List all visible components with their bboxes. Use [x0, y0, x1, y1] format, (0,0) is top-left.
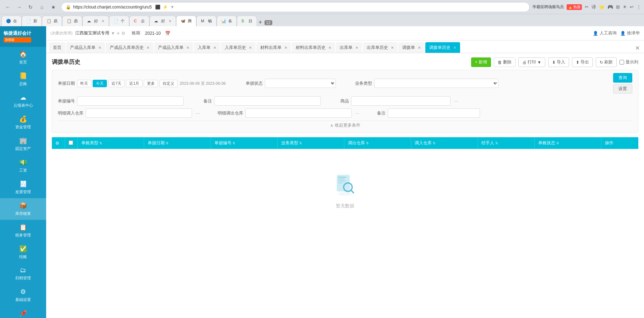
sidebar-item-home[interactable]: 🏠 首页 — [0, 47, 46, 68]
display-cols-toggle[interactable]: 显示列 — [620, 59, 638, 65]
th-settings[interactable]: ⚙ — [52, 137, 65, 149]
date-btn-yesterday[interactable]: 昨天 — [77, 80, 91, 87]
goods-input[interactable] — [351, 96, 451, 106]
page-tab-product-in2[interactable]: 产成品入库单 ✕ — [154, 42, 193, 53]
browser-tab-8[interactable]: ☁ 好 ✕ — [149, 16, 176, 26]
date-btn-7days[interactable]: 近7天 — [108, 80, 125, 87]
close-all-tabs-icon[interactable]: ✕ — [634, 43, 641, 53]
close-tab-transfer-history[interactable]: ✕ — [453, 46, 456, 50]
detail-in-more-button[interactable]: ··· — [194, 110, 201, 116]
th-out-warehouse[interactable]: 调出仓库 ⇅ — [344, 137, 411, 149]
browser-tab-3[interactable]: 📋 易 — [42, 16, 62, 26]
page-tab-transfer-history[interactable]: 调拨单历史 ✕ — [425, 42, 460, 53]
close-tab-out[interactable]: ✕ — [355, 46, 358, 50]
browser-tab-6[interactable]: 📄 个 — [109, 16, 129, 26]
page-tab-product-in[interactable]: 产成品入库单 ✕ — [66, 42, 105, 53]
date-btn-more[interactable]: 更多 — [144, 80, 158, 87]
sidebar-item-guide[interactable]: 📌 新手引导 — [0, 306, 46, 318]
th-handler[interactable]: 经手人 ⇅ — [478, 137, 535, 149]
close-tab-product-in[interactable]: ✕ — [98, 46, 101, 50]
sidebar-item-inventory[interactable]: 📦 库存核算 — [0, 198, 46, 220]
sidebar-item-archive[interactable]: 🗂 归档管理 — [0, 263, 46, 284]
delete-button[interactable]: 🗑 删除 — [494, 57, 515, 67]
browser-tab-4[interactable]: 📋 易 — [62, 16, 82, 26]
browser-tab-active[interactable]: 🦋 腾 — [176, 16, 196, 26]
date-btn-custom[interactable]: 自定义 — [159, 80, 178, 87]
page-tab-product-in-history[interactable]: 产成品入库单历史 ✕ — [106, 42, 153, 53]
sidebar-item-cloud-report[interactable]: ☁ 云报表中心 — [0, 90, 46, 112]
new-tab-button[interactable]: + — [258, 19, 262, 26]
bookmark-button[interactable]: ★ — [48, 2, 58, 12]
close-tab-transfer[interactable]: ✕ — [418, 46, 421, 50]
export-button[interactable]: ⬆ 导出 — [572, 57, 593, 67]
select-all-checkbox[interactable] — [69, 140, 73, 145]
page-tab-material-out-history[interactable]: 材料出库单历史 ✕ — [292, 42, 335, 53]
tab-close-5[interactable]: ✕ — [102, 19, 104, 23]
refresh-button[interactable]: ↻ 刷新 — [596, 57, 617, 67]
sidebar-item-salary[interactable]: 💵 工资 — [0, 155, 46, 177]
filter-settings-button[interactable]: 设置 — [613, 84, 632, 94]
close-tab-product-in-history[interactable]: ✕ — [147, 46, 149, 50]
th-checkbox[interactable] — [65, 137, 77, 149]
browser-tab-11[interactable]: S 目 — [237, 16, 257, 26]
detail-out-more-button[interactable]: ··· — [354, 110, 361, 116]
th-biz-type[interactable]: 业务类型 ⇅ — [278, 137, 344, 149]
date-btn-today[interactable]: 今天 — [93, 80, 107, 87]
biz-type-select[interactable] — [374, 79, 498, 88]
gear-icon[interactable]: ⚙ — [121, 31, 125, 36]
close-tab-in[interactable]: ✕ — [213, 46, 216, 50]
sidebar-item-tax[interactable]: 📋 税务管理 — [0, 220, 46, 241]
back-button[interactable]: ← — [3, 2, 13, 12]
page-tab-out[interactable]: 出库单 ✕ — [336, 42, 362, 53]
display-cols-checkbox[interactable] — [620, 60, 624, 65]
docnum-input[interactable] — [77, 96, 184, 106]
close-tab-in-history[interactable]: ✕ — [249, 46, 252, 50]
close-tab-material-out[interactable]: ✕ — [284, 46, 287, 50]
th-in-warehouse[interactable]: 调入仓库 ⇅ — [411, 137, 478, 149]
remark-input[interactable] — [214, 96, 321, 106]
page-tab-in[interactable]: 入库单 ✕ — [194, 42, 220, 53]
sidebar-item-ledger[interactable]: 📒 总账 — [0, 68, 46, 90]
home-button[interactable]: ⌂ — [37, 2, 47, 12]
page-tab-in-history[interactable]: 入库单历史 ✕ — [221, 42, 256, 53]
browser-tab-10[interactable]: 📊 各 — [217, 16, 237, 26]
th-doc-num[interactable]: 单据编号 ⇅ — [211, 137, 278, 149]
new-button[interactable]: + 新增 — [471, 57, 491, 67]
close-tab-product-in2[interactable]: ✕ — [186, 46, 189, 50]
close-tab-material-out-history[interactable]: ✕ — [328, 46, 331, 50]
page-tab-transfer[interactable]: 调拨单 ✕ — [398, 42, 425, 53]
tab-close-8[interactable]: ✕ — [169, 19, 171, 23]
th-doc-date[interactable]: 单据日期 ⇅ — [144, 137, 211, 149]
query-button[interactable]: 查询 — [613, 73, 632, 83]
date-btn-1month[interactable]: 近1月 — [126, 80, 142, 87]
company-selector[interactable]: (勿删勿禁用) 江西服宝测试专用 ▼ + ⚙ — [50, 30, 125, 37]
sidebar-item-invoice[interactable]: 🧾 发票管理 — [0, 177, 46, 198]
sidebar-item-close[interactable]: ✅ 结账 — [0, 241, 46, 263]
browser-tab-1[interactable]: 🔵 在 — [1, 16, 22, 26]
th-doc-status[interactable]: 单账状态 ⇅ — [534, 137, 601, 149]
add-company-button[interactable]: + — [116, 30, 120, 37]
sidebar-item-settings[interactable]: ⚙ 基础设置 — [0, 284, 46, 306]
detail-out-input[interactable] — [245, 108, 352, 118]
reload-button[interactable]: ↻ — [26, 2, 36, 12]
forward-button[interactable]: → — [14, 2, 24, 12]
browser-tab-5[interactable]: ☁ 好 ✕ — [82, 16, 109, 26]
close-tab-out-history[interactable]: ✕ — [391, 46, 394, 50]
sidebar-item-fund[interactable]: 💰 资金管理 — [0, 112, 46, 133]
detail-in-input[interactable] — [86, 108, 192, 118]
print-button[interactable]: 🖨 打印 ▼ — [518, 57, 545, 67]
status-select[interactable] — [265, 79, 336, 88]
goods-more-button[interactable]: ··· — [453, 98, 460, 104]
address-bar[interactable]: 🔒 https://cloud.chanjet.com/accounting/u… — [61, 2, 530, 12]
browser-tab-7[interactable]: C 企 — [129, 16, 149, 26]
page-tab-home[interactable]: 首页 — [49, 42, 65, 53]
note-input[interactable] — [388, 108, 480, 118]
calendar-icon[interactable]: 📅 — [165, 31, 170, 36]
page-tab-material-out[interactable]: 材料出库单 ✕ — [256, 42, 291, 53]
sidebar-item-fixed-assets[interactable]: 🏢 固定资产 — [0, 133, 46, 155]
collapse-bar[interactable]: ∧ 收起更多条件 — [58, 121, 632, 130]
service-button[interactable]: 👤 人工咨询 — [593, 30, 617, 36]
browser-tab-2[interactable]: 📄 新 — [22, 16, 42, 26]
page-tab-out-history[interactable]: 出库单历史 ✕ — [363, 42, 398, 53]
browser-tab-9[interactable]: M 畅 — [196, 16, 217, 26]
